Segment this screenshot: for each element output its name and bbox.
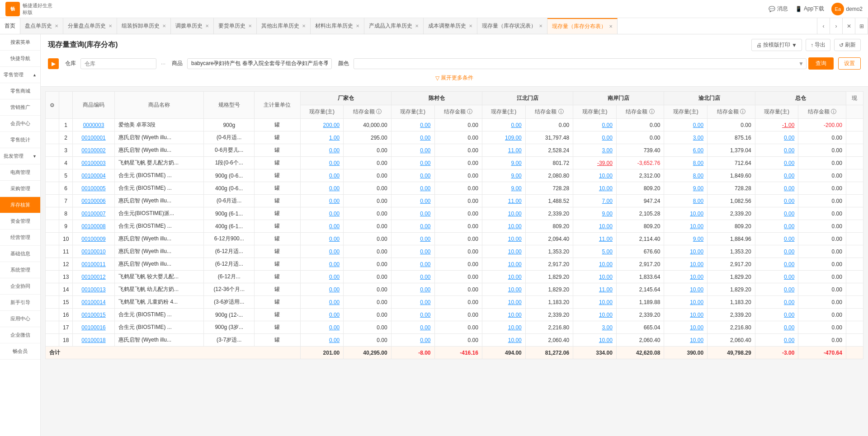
total-qty[interactable]: -1.00: [755, 119, 798, 131]
yubei-qty[interactable]: 0.00: [664, 119, 708, 131]
yubei-qty[interactable]: 10.00: [664, 207, 708, 220]
yubei-qty[interactable]: 8.00: [664, 157, 708, 169]
chenjiang-qty[interactable]: 0.00: [391, 207, 434, 220]
yubei-qty[interactable]: 10.00: [664, 258, 708, 271]
jiangbei-qty[interactable]: 10.00: [482, 245, 525, 258]
nanan-qty[interactable]: 10.00: [573, 258, 617, 271]
total-qty[interactable]: 0.00: [755, 169, 798, 182]
nanan-qty[interactable]: 10.00: [573, 296, 617, 309]
filter-collapse-btn[interactable]: ▶: [48, 58, 59, 69]
chenjiang-qty[interactable]: 0.00: [391, 119, 434, 131]
nanan-qty[interactable]: -39.00: [573, 157, 617, 169]
jiangbei-qty[interactable]: 10.00: [482, 283, 525, 296]
yubei-qty[interactable]: 8.00: [664, 195, 708, 207]
row-gear[interactable]: [46, 233, 59, 245]
jiangbei-qty[interactable]: 10.00: [482, 207, 525, 220]
factory-qty[interactable]: 0.00: [300, 245, 344, 258]
jiangbei-qty[interactable]: 11.00: [482, 195, 525, 207]
factory-qty[interactable]: 0.00: [300, 334, 344, 347]
chenjiang-qty[interactable]: 0.00: [391, 271, 434, 283]
tab-inventory-split[interactable]: 分量盘点单历史 ✕: [63, 18, 117, 34]
warehouse-input[interactable]: [80, 58, 156, 69]
sidebar-item-system[interactable]: 系统管理: [0, 262, 40, 278]
nanan-qty[interactable]: 9.00: [573, 207, 617, 220]
chenjiang-qty[interactable]: 0.00: [391, 131, 434, 144]
jiangbei-qty[interactable]: 11.00: [482, 144, 525, 157]
row-gear[interactable]: [46, 258, 59, 271]
nanan-qty[interactable]: 0.00: [573, 119, 617, 131]
nanan-qty[interactable]: 10.00: [573, 220, 617, 233]
total-qty[interactable]: 0.00: [755, 321, 798, 334]
jiangbei-qty[interactable]: 10.00: [482, 321, 525, 334]
factory-qty[interactable]: 0.00: [300, 271, 344, 283]
jiangbei-qty[interactable]: 0.00: [482, 119, 525, 131]
factory-qty[interactable]: 0.00: [300, 220, 344, 233]
row-gear[interactable]: [46, 283, 59, 296]
tab-close-icon[interactable]: ✕: [415, 23, 419, 28]
total-qty[interactable]: 0.00: [755, 271, 798, 283]
tab-material-out[interactable]: 材料出库单历史 ✕: [311, 18, 364, 34]
chenjiang-qty[interactable]: 0.00: [391, 296, 434, 309]
warehouse-more-icon[interactable]: ···: [161, 61, 165, 67]
total-qty[interactable]: 0.00: [755, 233, 798, 245]
total-qty[interactable]: 0.00: [755, 258, 798, 271]
product-code[interactable]: 00100012: [73, 271, 114, 283]
total-qty[interactable]: 0.00: [755, 296, 798, 309]
yubei-qty[interactable]: 10.00: [664, 271, 708, 283]
export-btn[interactable]: ↑ 导出: [806, 39, 830, 51]
total-qty[interactable]: 0.00: [755, 144, 798, 157]
sidebar-item-retail-mgmt[interactable]: 零售管理 ▲: [0, 67, 40, 83]
chenjiang-qty[interactable]: 0.00: [391, 169, 434, 182]
nanan-qty[interactable]: 11.00: [573, 283, 617, 296]
nanan-qty[interactable]: 10.00: [573, 169, 617, 182]
tab-home[interactable]: 首页: [0, 18, 20, 34]
jiangbei-qty[interactable]: 10.00: [482, 334, 525, 347]
gear-header[interactable]: ⚙: [46, 92, 59, 119]
product-code[interactable]: 00100003: [73, 157, 114, 169]
factory-qty[interactable]: 0.00: [300, 283, 344, 296]
factory-qty[interactable]: 0.00: [300, 233, 344, 245]
yubei-qty[interactable]: 10.00: [664, 309, 708, 321]
sidebar-item-member[interactable]: 会员中心: [0, 116, 40, 132]
yubei-qty[interactable]: 10.00: [664, 296, 708, 309]
total-qty[interactable]: 0.00: [755, 195, 798, 207]
tab-inventory-dist[interactable]: 现存量（库存分布表） ✕: [547, 18, 618, 34]
tab-close-all-btn[interactable]: ✕: [843, 18, 855, 34]
row-gear[interactable]: [46, 309, 59, 321]
chenjiang-qty[interactable]: 0.00: [391, 309, 434, 321]
query-btn[interactable]: 查询: [808, 57, 834, 70]
tab-prev-btn[interactable]: ‹: [817, 18, 830, 34]
row-gear[interactable]: [46, 169, 59, 182]
product-code[interactable]: 00100009: [73, 233, 114, 245]
product-code[interactable]: 00100005: [73, 182, 114, 195]
yubei-qty[interactable]: 3.00: [664, 131, 708, 144]
tab-close-icon[interactable]: ✕: [539, 23, 542, 28]
factory-qty[interactable]: 0.00: [300, 296, 344, 309]
tab-inventory-status[interactable]: 现存量（库存状况表） ✕: [477, 18, 547, 34]
tab-assembly[interactable]: 组装拆卸单历史 ✕: [117, 18, 171, 34]
sidebar-item-marketing[interactable]: 营销推广: [0, 99, 40, 116]
row-gear[interactable]: [46, 157, 59, 169]
yubei-qty[interactable]: 10.00: [664, 334, 708, 347]
row-gear[interactable]: [46, 245, 59, 258]
sidebar-item-wholesale[interactable]: 批发管理 ▼: [0, 148, 40, 164]
tab-close-icon[interactable]: ✕: [609, 24, 613, 29]
sidebar-item-enterprise[interactable]: 企业协同: [0, 278, 40, 295]
factory-qty[interactable]: 1.00: [300, 131, 344, 144]
sidebar-item-search[interactable]: 搜索英单: [0, 34, 40, 51]
chenjiang-qty[interactable]: 0.00: [391, 321, 434, 334]
row-gear[interactable]: [46, 144, 59, 157]
chenjiang-qty[interactable]: 0.00: [391, 245, 434, 258]
yubei-qty[interactable]: 10.00: [664, 220, 708, 233]
row-gear[interactable]: [46, 271, 59, 283]
factory-qty[interactable]: 0.00: [300, 169, 344, 182]
settings-btn[interactable]: 设置: [838, 57, 861, 70]
factory-qty[interactable]: 0.00: [300, 144, 344, 157]
tab-close-icon[interactable]: ✕: [302, 23, 306, 28]
total-qty[interactable]: 0.00: [755, 283, 798, 296]
total-qty[interactable]: 0.00: [755, 220, 798, 233]
sidebar-item-basic[interactable]: 基础信息: [0, 246, 40, 262]
tab-other-out[interactable]: 其他出库单历史 ✕: [257, 18, 311, 34]
tab-product-in[interactable]: 产成品入库单历史 ✕: [364, 18, 424, 34]
chenjiang-qty[interactable]: 0.00: [391, 334, 434, 347]
